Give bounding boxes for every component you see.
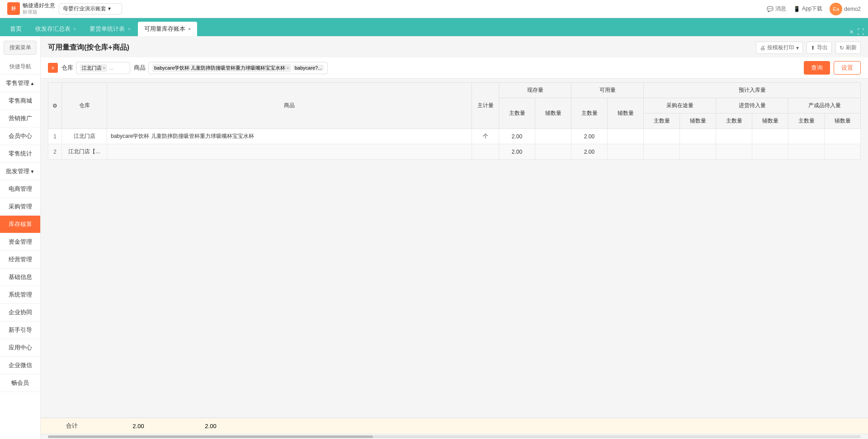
- scrollbar-thumb[interactable]: [48, 435, 373, 438]
- sidebar-item-member2[interactable]: 畅会员: [0, 374, 40, 392]
- company-name: 母婴行业演示账套: [63, 5, 106, 13]
- company-select[interactable]: 母婴行业演示账套 ▾: [59, 3, 122, 14]
- th-pt-aux: 辅数量: [680, 113, 716, 129]
- footer-stock-main: 2.00: [120, 423, 156, 430]
- th-avail-aux: 辅数量: [608, 98, 644, 129]
- th-stock-aux: 辅数量: [535, 98, 571, 129]
- sidebar-item-finance[interactable]: 资金管理: [0, 233, 40, 251]
- sidebar-item-enterprise[interactable]: 企业协同: [0, 304, 40, 321]
- expand-filter-btn[interactable]: »: [48, 63, 58, 73]
- warehouse-more[interactable]: ...: [109, 65, 113, 71]
- row-2-pp-aux: [752, 144, 788, 160]
- row-2-pt-main: [644, 144, 680, 160]
- th-current-stock: 现存量: [499, 83, 571, 98]
- close-all-btn[interactable]: ×: [849, 28, 854, 36]
- sidebar-item-operations[interactable]: 经营管理: [0, 251, 40, 269]
- sidebar: 搜索菜单 快捷导航 零售管理 ▲ 零售商城 营销推广 会员中心 零售统计 批发管…: [0, 36, 41, 439]
- warehouse-label: 仓库: [61, 64, 73, 72]
- footer-avail-main: 2.00: [193, 423, 229, 430]
- sidebar-label-marketing: 营销推广: [9, 114, 32, 123]
- refresh-btn[interactable]: ↻ 刷新: [835, 42, 861, 54]
- tab-receipt[interactable]: 收发存汇总表 ×: [29, 22, 82, 36]
- user-area[interactable]: Ea demo2: [830, 3, 861, 15]
- arrow-icon-wholesale: ▼: [30, 169, 35, 174]
- expand-btn[interactable]: ⛶: [857, 28, 864, 36]
- order-tab-close[interactable]: ×: [127, 26, 130, 32]
- th-main-unit: 主计量: [472, 83, 499, 129]
- quick-nav-btn[interactable]: 快捷导航: [0, 59, 40, 75]
- table-container: ⚙ 仓库 商品 主计量 现存量 可用量 预计入库量 主数量 辅数量 主数量 辅数…: [41, 79, 868, 417]
- product-filter: 商品 babycare学饮杯 儿童防摔防撞吸管杯重力球吸嘴杯宝宝水杯 × bab…: [134, 62, 328, 74]
- sidebar-label-system: 系统管理: [9, 291, 32, 299]
- sidebar-label-basic: 基础信息: [9, 273, 32, 281]
- query-btn[interactable]: 查询: [804, 61, 830, 75]
- print-btn[interactable]: 🖨 按模板打印 ▾: [756, 42, 803, 54]
- scrollbar-area[interactable]: [41, 434, 868, 439]
- sidebar-item-retail-stat[interactable]: 零售统计: [0, 145, 40, 163]
- export-btn[interactable]: ⬆ 导出: [807, 42, 832, 54]
- order-tab-label: 要货单统计表: [90, 25, 125, 33]
- th-production-pending: 产成品待入量: [788, 98, 861, 113]
- page-actions: 🖨 按模板打印 ▾ ⬆ 导出 ↻ 刷新: [756, 42, 861, 54]
- refresh-label: 刷新: [846, 44, 857, 52]
- receipt-tab-close[interactable]: ×: [73, 26, 76, 32]
- sidebar-label-operations: 经营管理: [9, 255, 32, 264]
- product-tag-1-close[interactable]: ×: [286, 65, 289, 71]
- sidebar-item-wholesale[interactable]: 批发管理 ▼: [0, 163, 40, 180]
- app-download-label: App下载: [802, 5, 822, 13]
- warehouse-tag: 江北门店 ×: [80, 64, 107, 72]
- row-1-avail-aux: [608, 129, 644, 144]
- row-1-stock-aux: [535, 129, 571, 144]
- available-tab-close[interactable]: ×: [188, 26, 191, 32]
- product-input[interactable]: babycare学饮杯 儿童防摔防撞吸管杯重力球吸嘴杯宝宝水杯 × babyca…: [148, 62, 328, 74]
- sidebar-item-retail-mall[interactable]: 零售商城: [0, 92, 40, 110]
- th-product: 商品: [107, 83, 472, 129]
- warehouse-tag-value: 江北门店: [82, 65, 102, 71]
- sidebar-item-newbie[interactable]: 新手引导: [0, 321, 40, 339]
- search-menu-btn[interactable]: 搜索菜单: [4, 41, 37, 55]
- sidebar-item-wechat[interactable]: 企业微信: [0, 357, 40, 374]
- nav-extra: × ⛶: [849, 28, 864, 36]
- row-1-avail-main: 2.00: [571, 129, 608, 144]
- sidebar-item-appstore[interactable]: 应用中心: [0, 339, 40, 357]
- sidebar-item-ecommerce[interactable]: 电商管理: [0, 180, 40, 198]
- tab-home[interactable]: 首页: [4, 22, 28, 36]
- row-1-unit: 个: [472, 129, 499, 144]
- tab-order[interactable]: 要货单统计表 ×: [83, 22, 137, 36]
- sidebar-item-purchase[interactable]: 采购管理: [0, 198, 40, 216]
- avatar: Ea: [830, 3, 842, 15]
- sidebar-item-basic[interactable]: 基础信息: [0, 269, 40, 286]
- settings-btn[interactable]: 设置: [834, 61, 861, 75]
- data-table: ⚙ 仓库 商品 主计量 现存量 可用量 预计入库量 主数量 辅数量 主数量 辅数…: [48, 82, 861, 160]
- th-avail-main: 主数量: [571, 98, 608, 129]
- sidebar-item-retail-mgmt[interactable]: 零售管理 ▲: [0, 75, 40, 92]
- th-planned-inbound: 预计入库量: [644, 83, 861, 98]
- logo-text-area: 畅捷通好生意 标准版: [23, 2, 55, 15]
- sidebar-item-inventory[interactable]: 库存核算: [0, 216, 40, 233]
- message-btn[interactable]: 💬 消息: [767, 5, 786, 13]
- page-title: 可用量查询(按仓库+商品): [48, 43, 129, 52]
- content-area: 可用量查询(按仓库+商品) 🖨 按模板打印 ▾ ⬆ 导出 ↻ 刷新 »: [41, 36, 868, 439]
- dropdown-icon: ▾: [108, 5, 111, 12]
- logo-area: 好 畅捷通好生意 标准版: [7, 2, 55, 15]
- app-download-btn[interactable]: 📱 App下载: [793, 5, 822, 13]
- scrollbar-track[interactable]: [48, 435, 861, 438]
- th-settings[interactable]: ⚙: [48, 83, 62, 129]
- sidebar-label-ecommerce: 电商管理: [9, 185, 32, 193]
- row-1-pp-aux: [752, 129, 788, 144]
- warehouse-input[interactable]: 江北门店 × ...: [76, 62, 130, 74]
- sidebar-item-member[interactable]: 会员中心: [0, 127, 40, 145]
- product-label: 商品: [134, 64, 146, 72]
- tab-available[interactable]: 可用量库存账本 ×: [138, 22, 197, 36]
- user-name: demo2: [844, 6, 861, 12]
- sidebar-label-inventory: 库存核算: [9, 220, 32, 228]
- warehouse-tag-close[interactable]: ×: [103, 65, 105, 71]
- row-2-avail-aux: [608, 144, 644, 160]
- table-row: 1 江北门店 babycare学饮杯 儿童防摔防撞吸管杯重力球吸嘴杯宝宝水杯 个…: [48, 129, 861, 144]
- sidebar-label-finance: 资金管理: [9, 238, 32, 246]
- sidebar-label-enterprise: 企业协同: [9, 308, 32, 316]
- logo-icon: 好: [7, 2, 20, 15]
- sidebar-label-retail-mall: 零售商城: [9, 97, 32, 105]
- sidebar-item-system[interactable]: 系统管理: [0, 286, 40, 304]
- sidebar-item-marketing[interactable]: 营销推广: [0, 110, 40, 127]
